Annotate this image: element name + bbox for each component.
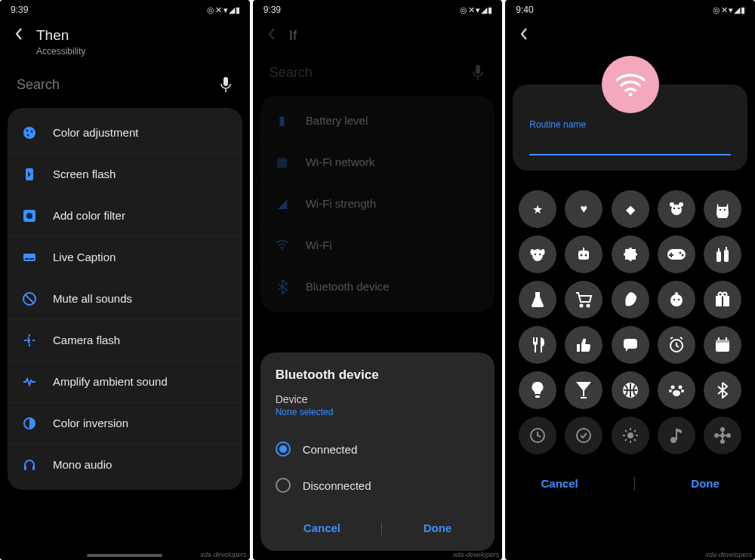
bluetooth-alt-icon[interactable] <box>704 371 741 409</box>
music-icon[interactable] <box>658 417 695 454</box>
device-label: Device <box>276 393 480 405</box>
svg-point-63 <box>679 386 683 389</box>
row-live-caption[interactable]: Live Caption <box>8 236 242 278</box>
wifi-icon <box>274 237 291 254</box>
star-icon[interactable]: ★ <box>519 190 556 228</box>
radio-connected[interactable]: Connected <box>276 431 480 467</box>
clock-icon[interactable] <box>519 417 556 454</box>
wifi-icon: ▦ <box>274 154 291 171</box>
nav-handle[interactable] <box>87 554 162 557</box>
device-value[interactable]: None selected <box>276 407 480 417</box>
row-wifi-network[interactable]: ▦Wi-Fi network <box>260 141 495 183</box>
row-bluetooth[interactable]: Bluetooth device <box>260 266 495 307</box>
mute-icon <box>21 291 38 307</box>
row-mono-audio[interactable]: Mono audio <box>8 444 242 485</box>
check-circle-icon[interactable] <box>565 417 602 454</box>
routine-name-input[interactable] <box>529 133 731 155</box>
divider <box>381 522 382 535</box>
calendar-icon[interactable] <box>704 326 741 364</box>
row-wifi-strength[interactable]: ◢Wi-Fi strength <box>260 183 495 224</box>
puzzle-icon[interactable] <box>612 235 649 273</box>
teddy-icon[interactable] <box>658 190 695 228</box>
svg-rect-15 <box>476 65 480 74</box>
cart-icon[interactable] <box>565 281 602 318</box>
row-camera-flash[interactable]: Camera flash <box>8 319 242 361</box>
camera-flash-icon <box>21 332 38 349</box>
back-button[interactable] <box>12 27 26 41</box>
svg-rect-71 <box>676 429 677 440</box>
cancel-button[interactable]: Cancel <box>526 471 593 496</box>
svg-point-32 <box>585 254 587 257</box>
svg-point-37 <box>680 252 682 254</box>
svg-point-28 <box>535 254 536 255</box>
flask-icon[interactable] <box>519 281 556 318</box>
svg-point-48 <box>678 299 680 300</box>
search-input[interactable] <box>270 65 465 81</box>
heart-icon[interactable]: ♥ <box>565 190 602 228</box>
bluetooth-modal: Bluetooth device Device None selected Co… <box>260 352 495 551</box>
inversion-icon <box>21 415 38 432</box>
svg-point-45 <box>670 294 683 306</box>
bottles-icon[interactable] <box>704 235 741 273</box>
bulb-icon[interactable] <box>519 371 556 409</box>
mic-icon[interactable] <box>220 76 233 94</box>
chat-icon[interactable] <box>612 326 649 364</box>
paw-icon[interactable] <box>658 371 695 409</box>
svg-point-4 <box>27 134 29 136</box>
network-icon[interactable] <box>704 417 741 454</box>
divider <box>634 477 635 491</box>
svg-point-16 <box>282 248 283 250</box>
screen-flash-icon <box>21 166 38 183</box>
row-color-adjustment[interactable]: Color adjustment <box>8 112 242 153</box>
routine-name-label: Routine name <box>529 119 731 130</box>
svg-point-44 <box>587 305 590 307</box>
back-button[interactable] <box>517 27 531 41</box>
svg-point-43 <box>581 305 583 307</box>
row-color-inversion[interactable]: Color inversion <box>8 402 242 444</box>
diamond-icon[interactable]: ◆ <box>612 190 649 228</box>
topbar <box>505 20 755 48</box>
watermark: xda-developers <box>705 551 752 558</box>
statusbar: 9:40 ◎ ✕ ▾ ◢ ▮ <box>505 0 755 20</box>
dog-icon[interactable] <box>519 235 556 273</box>
done-button[interactable]: Done <box>408 515 467 540</box>
search-input[interactable] <box>17 77 212 93</box>
status-icons: ◎ ✕ ▾ ◢ ▮ <box>460 5 492 15</box>
row-battery[interactable]: ▮Battery level <box>260 100 495 141</box>
thumb-icon[interactable] <box>565 326 602 364</box>
svg-rect-8 <box>23 254 35 261</box>
cat-icon[interactable] <box>704 190 741 228</box>
radio-icon <box>276 442 291 457</box>
gamepad-icon[interactable] <box>658 235 695 273</box>
brightness-icon[interactable] <box>612 417 649 454</box>
svg-rect-54 <box>624 339 637 349</box>
svg-point-24 <box>724 209 726 211</box>
row-amplify[interactable]: Amplify ambient sound <box>8 361 242 402</box>
leaf-icon[interactable] <box>612 281 649 318</box>
svg-point-22 <box>678 208 680 210</box>
basketball-icon[interactable] <box>612 371 649 409</box>
done-button[interactable]: Done <box>676 471 735 496</box>
watermark: xda-developers <box>200 551 247 558</box>
back-button[interactable] <box>265 27 279 41</box>
row-wifi[interactable]: Wi-Fi <box>260 224 495 266</box>
routine-icon-wifi[interactable] <box>602 56 659 113</box>
radio-disconnected[interactable]: Disconnected <box>276 467 480 503</box>
svg-point-65 <box>681 389 684 392</box>
cocktail-icon[interactable] <box>565 371 602 409</box>
row-add-color-filter[interactable]: Add color filter <box>8 195 242 236</box>
modal-actions: Cancel Done <box>276 515 480 540</box>
cancel-button[interactable]: Cancel <box>288 515 356 540</box>
utensils-icon[interactable] <box>519 326 556 364</box>
baby-icon[interactable] <box>658 281 695 318</box>
gift-icon[interactable] <box>704 281 741 318</box>
row-screen-flash[interactable]: Screen flash <box>8 153 242 195</box>
alarm-icon[interactable] <box>658 326 695 364</box>
robot-icon[interactable] <box>565 235 602 273</box>
row-mute-all[interactable]: Mute all sounds <box>8 278 242 319</box>
mic-icon[interactable] <box>472 64 485 82</box>
svg-point-3 <box>31 130 33 132</box>
svg-rect-10 <box>29 258 34 260</box>
search-row <box>253 52 503 96</box>
svg-rect-58 <box>718 337 720 340</box>
